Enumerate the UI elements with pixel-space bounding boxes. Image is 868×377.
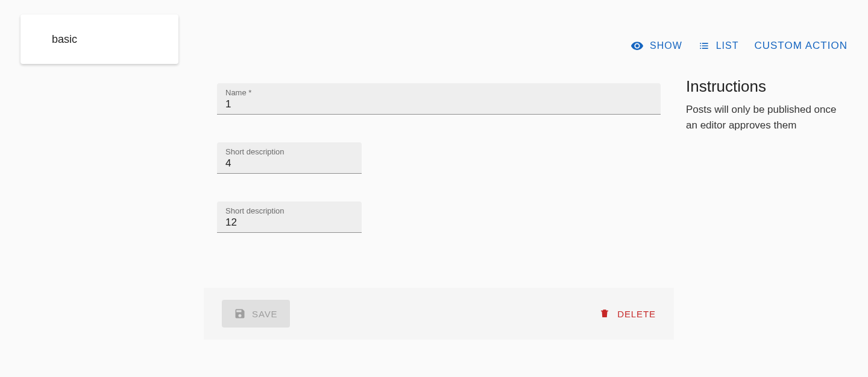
list-label: LIST [716, 40, 739, 51]
short-description-input-2[interactable] [225, 215, 353, 229]
aside-instructions: Instructions Posts will only be publishe… [686, 77, 849, 134]
aside-body: Posts will only be published once an edi… [686, 102, 849, 134]
custom-action-button[interactable]: CUSTOM ACTION [754, 40, 848, 52]
save-button[interactable]: SAVE [222, 300, 290, 328]
name-label: Name * [225, 88, 652, 97]
eye-icon [631, 39, 644, 52]
card-basic[interactable]: basic [20, 14, 178, 64]
card-basic-title: basic [52, 33, 77, 46]
list-icon [698, 40, 710, 52]
custom-action-label: CUSTOM ACTION [754, 40, 848, 52]
short-description-field-1[interactable]: Short description [217, 142, 362, 174]
name-field[interactable]: Name * [217, 83, 661, 115]
short-description-label-1: Short description [225, 147, 353, 156]
save-icon [234, 308, 246, 320]
form-area: Name * Short description Short descripti… [217, 83, 661, 261]
trash-icon [599, 308, 610, 319]
aside-title: Instructions [686, 77, 849, 96]
show-label: SHOW [650, 40, 682, 51]
short-description-label-2: Short description [225, 206, 353, 215]
list-button[interactable]: LIST [698, 40, 739, 52]
toolbar: SAVE DELETE [204, 288, 674, 340]
save-label: SAVE [252, 309, 278, 319]
short-description-field-2[interactable]: Short description [217, 201, 362, 233]
actions-row: SHOW LIST CUSTOM ACTION [631, 39, 848, 52]
delete-button[interactable]: DELETE [599, 308, 656, 319]
delete-label: DELETE [617, 309, 656, 319]
name-input[interactable] [225, 97, 652, 110]
show-button[interactable]: SHOW [631, 39, 682, 52]
short-description-input-1[interactable] [225, 156, 353, 169]
